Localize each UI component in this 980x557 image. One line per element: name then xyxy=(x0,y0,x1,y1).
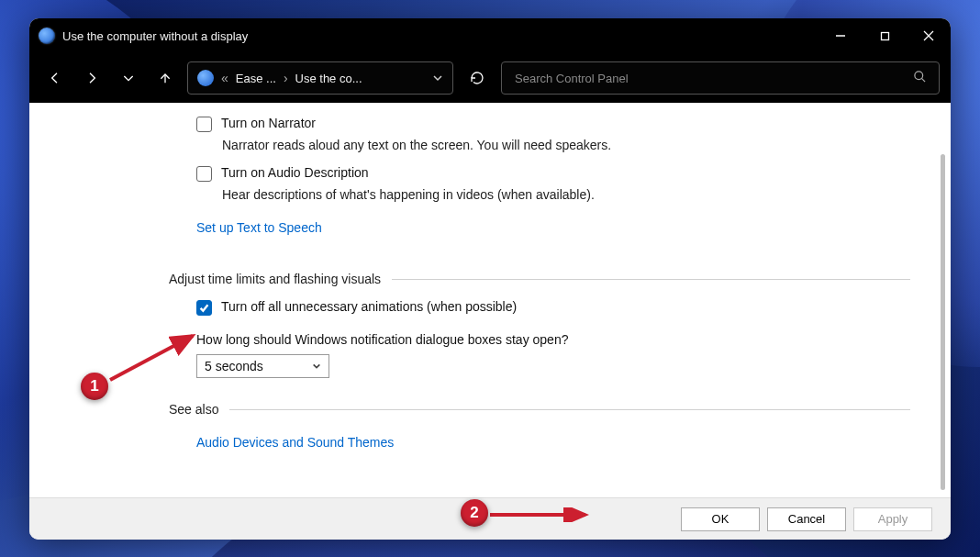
forward-button[interactable] xyxy=(77,63,106,93)
cancel-button[interactable]: Cancel xyxy=(767,507,846,531)
chevron-right-icon: › xyxy=(284,71,288,85)
search-input[interactable] xyxy=(513,71,913,86)
breadcrumb-prefix: « xyxy=(221,71,228,85)
ease-of-access-icon xyxy=(39,28,55,44)
breadcrumb-dropdown-icon[interactable] xyxy=(432,72,443,84)
content-pane: Turn on Narrator Narrator reads aloud an… xyxy=(29,103,951,497)
navigation-bar: « Ease ... › Use the co... xyxy=(29,53,951,103)
control-panel-window: Use the computer without a display « Eas… xyxy=(29,18,951,540)
maximize-button[interactable] xyxy=(863,18,907,53)
turn-on-narrator-checkbox[interactable] xyxy=(196,117,212,132)
turn-off-animations-checkbox[interactable] xyxy=(196,300,212,316)
search-box[interactable] xyxy=(501,61,940,95)
ok-button[interactable]: OK xyxy=(681,507,760,531)
text-to-speech-link[interactable]: Set up Text to Speech xyxy=(196,220,322,235)
breadcrumb-item-current[interactable]: Use the co... xyxy=(295,72,362,85)
group-see-also-label: See also xyxy=(169,402,218,417)
back-button[interactable] xyxy=(40,63,70,93)
group-time-limits: Adjust time limits and flashing visuals xyxy=(169,272,910,286)
turn-on-audio-description-label: Turn on Audio Description xyxy=(221,165,369,180)
breadcrumb-icon xyxy=(197,70,214,86)
turn-off-animations-label: Turn off all unnecessary animations (whe… xyxy=(221,299,517,314)
audio-devices-link[interactable]: Audio Devices and Sound Themes xyxy=(196,435,394,450)
svg-line-6 xyxy=(921,78,925,82)
group-see-also: See also xyxy=(169,402,910,417)
notification-duration-dropdown[interactable]: 5 seconds xyxy=(196,354,329,378)
up-button[interactable] xyxy=(150,63,180,93)
minimize-button[interactable] xyxy=(819,18,863,53)
svg-rect-1 xyxy=(881,32,888,39)
audio-description-description: Hear descriptions of what's happening in… xyxy=(222,187,910,202)
scrollbar-thumb[interactable] xyxy=(941,154,945,490)
breadcrumb-item-parent[interactable]: Ease ... xyxy=(236,72,276,85)
divider xyxy=(229,409,910,410)
group-time-limits-label: Adjust time limits and flashing visuals xyxy=(169,272,381,286)
breadcrumb[interactable]: « Ease ... › Use the co... xyxy=(187,61,453,95)
close-button[interactable] xyxy=(907,18,951,53)
svg-point-5 xyxy=(915,72,923,80)
refresh-button[interactable] xyxy=(461,61,494,95)
search-icon[interactable] xyxy=(913,70,928,86)
notification-duration-label: How long should Windows notification dia… xyxy=(196,332,910,347)
turn-on-narrator-label: Turn on Narrator xyxy=(221,116,316,130)
window-title: Use the computer without a display xyxy=(62,29,819,43)
divider xyxy=(392,279,910,280)
titlebar: Use the computer without a display xyxy=(29,18,951,53)
dialog-buttons: OK Cancel Apply xyxy=(29,497,951,540)
annotation-marker-2: 2 xyxy=(461,499,488,527)
turn-on-audio-description-checkbox[interactable] xyxy=(196,166,212,182)
apply-button[interactable]: Apply xyxy=(853,507,932,531)
annotation-marker-1: 1 xyxy=(81,373,108,400)
narrator-description: Narrator reads aloud any text on the scr… xyxy=(222,138,910,152)
notification-duration-value: 5 seconds xyxy=(205,359,263,373)
recent-locations-button[interactable] xyxy=(114,63,143,93)
